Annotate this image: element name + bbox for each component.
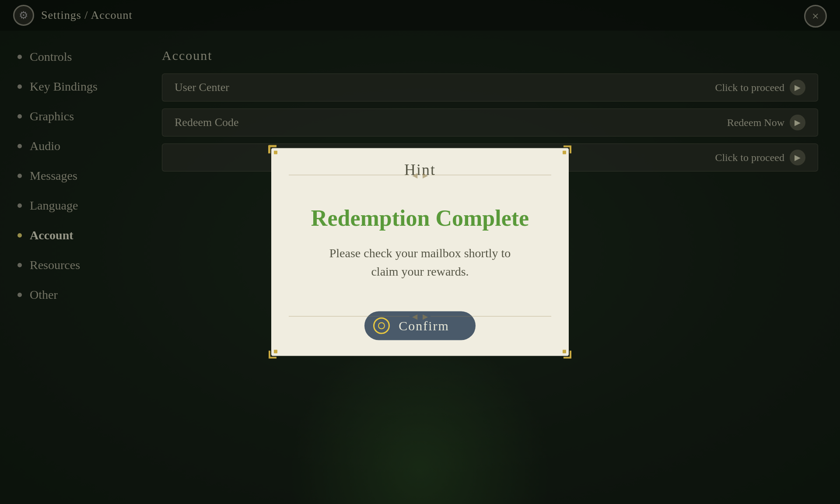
confirm-button-label: Confirm (399, 318, 449, 333)
hint-dialog: ◀ ▶ ◀ ▶ Hint Redemption Complete Please … (271, 148, 569, 356)
dialog-bottom-divider: ◀ ▶ (289, 316, 551, 317)
dialog-body: Redemption Complete Please check your ma… (271, 188, 569, 303)
corner-bottom-left (268, 337, 290, 360)
svg-rect-1 (563, 151, 566, 154)
corner-top-left (268, 145, 290, 168)
dialog-footer: Confirm (271, 303, 569, 356)
dialog-title: Hint (289, 161, 551, 179)
corner-bottom-right (550, 337, 572, 360)
svg-rect-0 (274, 151, 277, 154)
svg-rect-3 (563, 350, 566, 354)
dialog-top-divider: ◀ ▶ (289, 175, 551, 175)
redemption-description: Please check your mailbox shortly to cla… (315, 244, 525, 281)
svg-point-4 (378, 323, 385, 329)
confirm-button-icon (373, 318, 390, 334)
redemption-title: Redemption Complete (311, 205, 529, 231)
svg-rect-2 (274, 350, 277, 354)
corner-top-right (550, 145, 572, 168)
dialog-header: Hint (271, 148, 569, 188)
